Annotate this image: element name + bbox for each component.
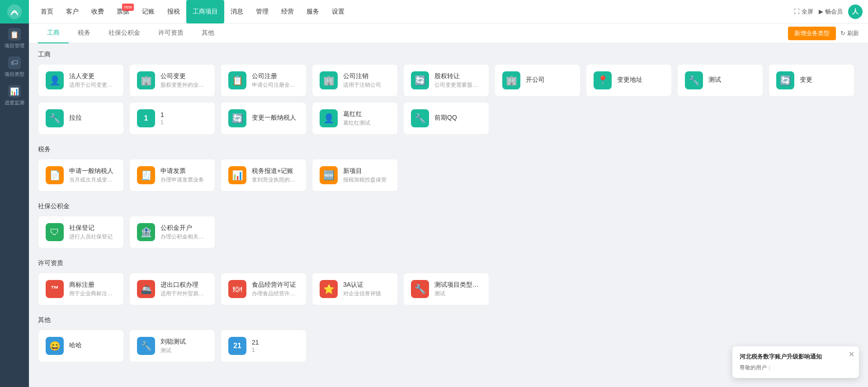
- nav-home[interactable]: 首页: [34, 0, 60, 23]
- nav-manage[interactable]: 管理: [250, 0, 275, 23]
- section-title-other: 其他: [38, 316, 859, 324]
- svg-point-0: [7, 5, 22, 19]
- notification-title: 河北税务数字账户升级影响通知: [740, 353, 852, 361]
- nav-ticket[interactable]: 票据 new: [110, 0, 136, 23]
- nav-operation[interactable]: 经营: [275, 0, 300, 23]
- card-info-faren: 法人变更 适用于公司变更法人: [69, 72, 116, 89]
- main-area: 首页 客户 收费 票据 new 记账 报税 工商项目 消息 管理 经营 服务 设…: [29, 0, 868, 387]
- sidebar-item-label-project-type: 项目类型: [5, 71, 24, 78]
- card-xin-xiangmu[interactable]: 🆕 新项目 报税加税控盘保管: [312, 159, 398, 191]
- new-type-button[interactable]: 新增业务类型: [788, 27, 836, 40]
- refresh-button[interactable]: ↻ 刷新: [840, 29, 859, 37]
- notification-popup: ✕ 河北税务数字账户升级影响通知 尊敬的用户：: [732, 346, 859, 378]
- section-title-shebao: 社保公积金: [38, 202, 859, 210]
- fullscreen-btn[interactable]: ⛶ 全屏: [794, 8, 813, 16]
- card-haha[interactable]: 😄 哈哈: [38, 330, 124, 362]
- card-gongsi-zhuce[interactable]: 📋 公司注册 申请公司注册全流程: [221, 64, 307, 97]
- card-name-faren: 法人变更: [69, 72, 116, 80]
- progress-icon: 📊: [8, 85, 21, 98]
- nav-business[interactable]: 工商项目: [186, 0, 224, 23]
- nav-accounting[interactable]: 记账: [136, 0, 161, 23]
- cards-grid-shuiwu: 📄 申请一般纳税人 当月或次月成变更完成 🧾 申请发票 办理申请发票业务 📊: [38, 159, 859, 191]
- sidebar: 📋 项目管理 🏷 项目类型 📊 进度监测: [0, 0, 29, 387]
- cards-grid-xuke: ™ 商标注册 用于企业商标注册服务 🚢 进出口权办理 适用于对外贸易经营者 🍽: [38, 273, 859, 305]
- section-title-gongshang: 工商: [38, 51, 859, 59]
- card-biangeng-yiban[interactable]: 🔄 变更一般纳税人: [221, 102, 307, 135]
- nav-settings[interactable]: 设置: [326, 0, 351, 23]
- card-shuiwu-baodao[interactable]: 📊 税务报道+记账 拿到营业执照的新公司: [221, 159, 307, 191]
- card-faren-biangeng[interactable]: 👤 法人变更 适用于公司变更法人: [38, 64, 124, 97]
- nav-customer[interactable]: 客户: [60, 0, 85, 23]
- card-gehonghong[interactable]: 👤 葛红红 葛红红测试: [312, 102, 398, 135]
- card-gongjijin-kaihu[interactable]: 🏦 公积金开户 办理公积金相关业务: [129, 216, 215, 248]
- card-biangeng2[interactable]: 🔄 变更: [769, 64, 854, 97]
- logo: [0, 0, 29, 23]
- vip-btn[interactable]: ▶ 畅会员: [819, 8, 843, 16]
- section-title-xuke: 许可资质: [38, 259, 859, 267]
- tab-other[interactable]: 其他: [193, 23, 223, 43]
- vip-label: 畅会员: [825, 8, 843, 16]
- card-3a-renzheng[interactable]: ⭐ 3A认证 对企业信誉评级: [312, 273, 398, 305]
- nav-tax[interactable]: 报税: [161, 0, 186, 23]
- tabs-actions: 新增业务类型 ↻ 刷新: [788, 27, 859, 40]
- card-desc-faren: 适用于公司变更法人: [69, 81, 116, 89]
- card-qianqi-qq[interactable]: 🔧 前期QQ: [403, 102, 489, 135]
- card-ceshi-leixing[interactable]: 🔧 测试项目类型目定义 测试: [403, 273, 489, 305]
- content-scroll: 工商 👤 法人变更 适用于公司变更法人 🏢 公司变更 股权变更外的业务变更: [29, 43, 868, 387]
- tab-shebao[interactable]: 社保公积金: [99, 23, 149, 43]
- card-num1[interactable]: 1 1 1: [129, 102, 215, 135]
- content: 工商 税务 社保公积金 许可资质 其他 新增业务类型 ↻ 刷新 工商 👤: [29, 23, 868, 387]
- sidebar-item-label-project-management: 项目管理: [5, 42, 24, 49]
- sidebar-item-project-type[interactable]: 🏷 项目类型: [0, 52, 29, 80]
- card-liucong-test[interactable]: 🔧 刘聪测试 测试: [129, 330, 215, 362]
- avatar[interactable]: 人: [848, 5, 863, 19]
- tab-xuke[interactable]: 许可资质: [149, 23, 193, 43]
- topnav-right: ⛶ 全屏 ▶ 畅会员 人: [794, 5, 863, 19]
- nav-billing[interactable]: 收费: [85, 0, 110, 23]
- card-shangbiao-zhuce[interactable]: ™ 商标注册 用于企业商标注册服务: [38, 273, 124, 305]
- sidebar-item-project-management[interactable]: 📋 项目管理: [0, 23, 29, 52]
- project-type-icon: 🏷: [8, 56, 21, 69]
- nav-service[interactable]: 服务: [300, 0, 326, 23]
- section-title-shuiwu: 税务: [38, 145, 859, 154]
- fullscreen-icon: ⛶: [794, 8, 800, 15]
- card-lala[interactable]: 🔧 拉拉: [38, 102, 124, 135]
- card-shebao-dengji[interactable]: 🛡 社保登记 进行人员社保登记: [38, 216, 124, 248]
- card-gongsi-zhuxiao[interactable]: 🏢 公司注销 适用于注销公司: [312, 64, 398, 97]
- tab-shuiwu[interactable]: 税务: [69, 23, 99, 43]
- topnav: 首页 客户 收费 票据 new 记账 报税 工商项目 消息 管理 经营 服务 设…: [29, 0, 868, 23]
- vip-icon: ▶: [819, 8, 823, 15]
- card-kai-gongsi[interactable]: 🏢 开公司: [495, 64, 580, 97]
- card-gongsi-biangeng[interactable]: 🏢 公司变更 股权变更外的业务变更: [129, 64, 215, 97]
- refresh-icon: ↻: [840, 30, 845, 37]
- notification-close-button[interactable]: ✕: [849, 350, 854, 359]
- card-icon-gsbc: 🏢: [137, 71, 155, 89]
- notification-body: 尊敬的用户：: [740, 364, 852, 372]
- card-shipin-xuke[interactable]: 🍽 食品经营许可证 办理食品经营许可证: [221, 273, 307, 305]
- sidebar-item-label-progress: 进度监测: [5, 99, 24, 106]
- card-21[interactable]: 21 21 1: [221, 330, 307, 362]
- card-shenqing-yiban[interactable]: 📄 申请一般纳税人 当月或次月成变更完成: [38, 159, 124, 191]
- card-jinchukou[interactable]: 🚢 进出口权办理 适用于对外贸易经营者: [129, 273, 215, 305]
- tab-gongshang[interactable]: 工商: [38, 23, 69, 43]
- card-guquan-zhuanrang[interactable]: 🔄 股权转让 公司变更需要股权转让: [403, 64, 489, 97]
- sidebar-item-progress[interactable]: 📊 进度监测: [0, 80, 29, 109]
- nav-message[interactable]: 消息: [224, 0, 250, 23]
- card-shenqing-fapiao[interactable]: 🧾 申请发票 办理申请发票业务: [129, 159, 215, 191]
- cards-grid-shebao: 🛡 社保登记 进行人员社保登记 🏦 公积金开户 办理公积金相关业务: [38, 216, 859, 248]
- card-icon-faren: 👤: [46, 71, 64, 89]
- new-badge: new: [122, 4, 134, 11]
- card-ceshi[interactable]: 🔧 测试: [677, 64, 763, 97]
- tabs-bar: 工商 税务 社保公积金 许可资质 其他 新增业务类型 ↻ 刷新: [29, 23, 868, 43]
- cards-grid-gongshang: 👤 法人变更 适用于公司变更法人 🏢 公司变更 股权变更外的业务变更 📋: [38, 64, 859, 135]
- project-management-icon: 📋: [8, 28, 21, 41]
- card-biangeng-dizhi[interactable]: 📍 变更地址: [586, 64, 672, 97]
- fullscreen-label: 全屏: [802, 8, 813, 16]
